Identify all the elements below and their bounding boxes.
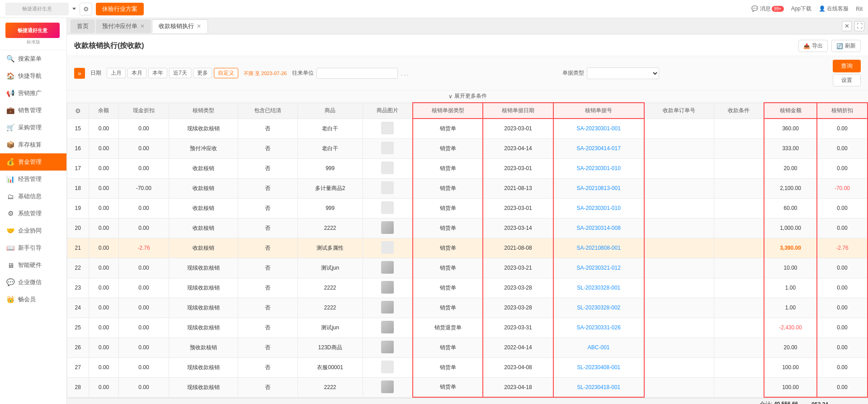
sidebar-item-quick-nav[interactable]: 🏠快捷导航 [0,67,66,85]
filter-toggle-button[interactable]: » [74,68,85,79]
td-collection-condition [714,357,764,377]
th-product-img: 商品图片 [363,103,413,119]
tab-label-collection: 收款核销执行 [159,22,194,30]
maximize-button[interactable]: ⛶ [854,21,864,31]
td-write-off-bill-type: 销货单 [413,158,483,178]
bill-type-select[interactable] [587,67,659,79]
sidebar-item-enterprise[interactable]: 🤝企业协同 [0,222,66,239]
enterprise-icon: 🤝 [6,227,14,235]
td-write-off-type: 现续收款核销 [169,357,238,377]
td-write-off-amount: -2,430.00 [764,318,817,337]
main-area: 首页预付冲应付单✕收款核销执行✕ ✕ ⛶ 收款核销执行(按收款) 📤 导出 🔄 … [67,18,868,404]
write-off-no-link[interactable]: SA-20230301-001 [576,125,620,132]
sidebar-label-guide: 新手引导 [18,244,42,252]
product-image [381,122,394,134]
date-btn-7days[interactable]: 近7天 [169,68,191,78]
purchase-icon: 🛒 [6,124,14,132]
td-write-off-discount: -2.76 [817,238,868,258]
write-off-no-link[interactable]: SA-20210808-001 [576,245,620,251]
brand-dropdown[interactable] [72,8,76,10]
write-off-no-link[interactable]: SA-20230314-008 [576,225,620,231]
settings-filter-button[interactable]: 设置 [833,74,861,86]
sidebar-item-search[interactable]: 🔍搜索菜单 [0,50,66,67]
partner-input[interactable] [316,68,398,79]
tab-close-prepay[interactable]: ✕ [140,23,145,29]
write-off-no-link[interactable]: SL-20230408-001 [577,364,620,371]
sidebar-item-inventory[interactable]: 📦库存核算 [0,136,66,153]
sidebar-item-sales[interactable]: 💼销售管理 [0,102,66,119]
write-off-no-link[interactable]: SL-20230328-001 [577,285,620,291]
notification-icon[interactable]: 💬 消息99+ [751,5,783,13]
expand-icon: ∨ [448,93,453,100]
write-off-no-link[interactable]: SA-20210813-001 [576,185,620,191]
write-off-no-link[interactable]: SA-20230321-012 [576,265,620,271]
td-product-img [363,158,413,178]
app-download-link[interactable]: App下载 [791,5,811,13]
sidebar-item-guide[interactable]: 📖新手引导 [0,239,66,257]
product-image [381,301,394,314]
td-write-off-bill-type: 销货单 [413,377,483,397]
th-settings[interactable]: ⚙ [67,103,89,119]
td-collection-condition [714,258,764,278]
sidebar-item-operation[interactable]: 📊经营管理 [0,171,66,188]
tab-collection[interactable]: 收款核销执行✕ [152,19,208,33]
query-button[interactable]: 查询 [833,60,861,72]
brand-logo: 畅捷通好生意 [5,3,69,15]
td-write-off-date: 2021-08-13 [483,178,553,198]
table-row: 22 0.00 0.00 现续收款核销 否 测试jun 销货单 2023-03-… [67,258,868,278]
td-write-off-discount: -70.00 [817,178,868,198]
write-off-no-link[interactable]: SA-20230331-026 [576,324,620,331]
td-write-off-discount: 0.00 [817,337,868,357]
industry-button[interactable]: 休验行业方案 [96,3,144,15]
sidebar-item-wechat[interactable]: 💬企业微信 [0,274,66,291]
td-collection-order-no [644,138,714,158]
date-btn-more[interactable]: 更多 [193,68,212,78]
sidebar-item-member[interactable]: 👑畅会员 [0,291,66,308]
td-write-off-date: 2022-04-14 [483,337,553,357]
product-image [381,321,394,333]
tab-home[interactable]: 首页 [71,19,95,33]
close-tab-button[interactable]: ✕ [842,21,852,31]
td-write-off-type: 现续收款核销 [169,377,238,397]
write-off-no-link[interactable]: SL-20230418-001 [577,384,620,390]
write-off-no-link[interactable]: SA-20230301-010 [576,205,620,211]
td-include-settled: 否 [238,158,297,178]
refresh-button[interactable]: 🔄 刷新 [831,40,861,52]
write-off-no-link[interactable]: SA-20230301-010 [576,165,620,171]
date-btn-last-month[interactable]: 上月 [107,68,126,78]
tab-close-collection[interactable]: ✕ [197,23,201,29]
export-button[interactable]: 📤 导出 [798,40,828,52]
expand-more-button[interactable]: ∨ 展开更多条件 [448,92,487,100]
th-product: 商品 [297,103,363,119]
write-off-no-link[interactable]: ABC-001 [588,344,610,351]
td-product: 2222 [297,278,363,298]
settings-button[interactable]: ⚙ [80,3,92,15]
td-write-off-type: 收款核销 [169,158,238,178]
td-write-off-amount: 60.00 [764,198,817,218]
td-product: 2222 [297,218,363,238]
date-btn-custom[interactable]: 自定义 [214,68,238,78]
online-service-link[interactable]: 👤 在线客服 [819,5,849,13]
td-cash-discount: 0.00 [119,138,169,158]
write-off-no-link[interactable]: SA-20230414-017 [576,145,620,152]
td-cash-discount: 0.00 [119,377,169,397]
td-product-img [363,298,413,318]
top-bar-left: 畅捷通好生意 ⚙ 休验行业方案 [5,3,748,15]
date-btn-this-year[interactable]: 本年 [148,68,167,78]
td-write-off-amount: 100.00 [764,377,817,397]
sidebar-item-marketing[interactable]: 📢营销推广 [0,85,66,102]
product-image [381,142,394,154]
td-product: 老白干 [297,138,363,158]
td-seq: 25 [67,318,89,337]
td-product-img [363,337,413,357]
date-btn-this-month[interactable]: 本月 [127,68,146,78]
sidebar-item-system[interactable]: ⚙系统管理 [0,205,66,222]
sidebar-item-finance[interactable]: 💰资金管理 [0,153,66,171]
write-off-no-link[interactable]: SL-20230328-002 [577,304,620,311]
sidebar-item-basic[interactable]: 🗂基础信息 [0,188,66,205]
table-wrapper[interactable]: ⚙ 余额 现金折扣 核销类型 包含已结清 商品 商品图片 核销单据类型 核销单据… [67,102,868,404]
tab-prepay[interactable]: 预付冲应付单✕ [96,19,151,33]
sidebar-item-hardware[interactable]: 🖥智能硬件 [0,257,66,274]
td-write-off-type: 预付冲应收 [169,138,238,158]
sidebar-item-purchase[interactable]: 🛒采购管理 [0,119,66,136]
